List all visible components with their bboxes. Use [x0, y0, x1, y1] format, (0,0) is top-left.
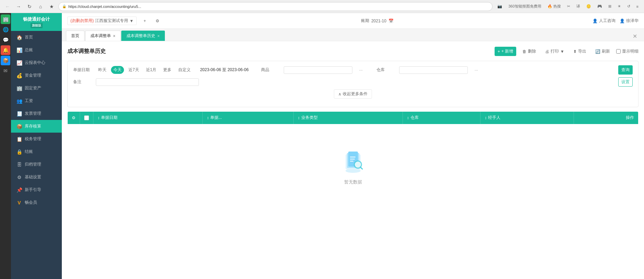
icon-sidebar: 🏢 🌐 💬 🔔 📦 ✉: [0, 13, 11, 279]
date-btn-1month[interactable]: 近1月: [144, 66, 159, 74]
collapse-button[interactable]: ∧ 收起更多条件: [334, 89, 372, 99]
th-docno-label: 单据...: [210, 115, 222, 121]
refresh-button[interactable]: ↻: [25, 2, 34, 11]
sidebar-item-fixed-assets[interactable]: 🏢 固定资产: [11, 82, 62, 94]
select-all-checkbox[interactable]: [84, 115, 89, 120]
th-handler[interactable]: ↕ 经手人: [480, 112, 574, 124]
company-selector[interactable]: (勿删勿禁用) 江西服宝测试专用 ▼: [67, 16, 137, 25]
logo-text: 畅捷通好会计: [23, 16, 50, 22]
sidebar-item-tax[interactable]: 📋 税务管理: [11, 133, 62, 145]
bookmark-button[interactable]: ★: [47, 2, 56, 11]
show-detail-input[interactable]: [616, 49, 621, 54]
export-button[interactable]: ⬆ 导出: [570, 47, 589, 56]
sidebar-item-guide[interactable]: 📌 新手引导: [11, 183, 62, 196]
empty-state: 暂无数据: [72, 127, 634, 206]
add-button[interactable]: + + 新增: [495, 47, 516, 56]
date-btn-more[interactable]: 更多: [161, 66, 174, 74]
screenshot-btn[interactable]: 📷: [495, 3, 504, 9]
game-btn[interactable]: 🎮: [595, 3, 604, 9]
refresh-button[interactable]: 🔄 刷新: [592, 47, 613, 56]
goods-filter-input[interactable]: [284, 66, 352, 74]
icon-nav-2[interactable]: 💬: [1, 35, 10, 45]
add-company-button[interactable]: +: [141, 17, 149, 25]
tab-cost-adj-history[interactable]: 成本调整单历史 ×: [121, 31, 165, 41]
menu-btn[interactable]: ≡: [634, 4, 641, 9]
user-info[interactable]: 👤 徐泽华: [620, 18, 639, 24]
sidebar-item-archive[interactable]: 🗄 归档管理: [11, 158, 62, 171]
th-handler-label: 经手人: [488, 115, 500, 121]
app-logo-icon: 🏢: [1, 14, 10, 24]
sidebar-item-funds[interactable]: 💰 资金管理: [11, 69, 62, 82]
tab-home[interactable]: 首页: [66, 31, 84, 41]
close-period-icon: 🔒: [16, 149, 22, 155]
sidebar-item-settings[interactable]: ⚙ 基础设置: [11, 171, 62, 183]
th-date[interactable]: ↕ 单据日期: [93, 112, 203, 124]
sidebar-item-salary[interactable]: 👥 工资: [11, 94, 62, 107]
address-bar[interactable]: 🔒 https://cloud.chanjet.com/accounting/u…: [58, 2, 493, 11]
hot-btn[interactable]: 🔥 热搜: [545, 3, 563, 10]
icon-nav-4[interactable]: 📦: [1, 56, 10, 65]
delete-button[interactable]: 🗑 删除: [520, 47, 539, 56]
sidebar-item-inventory[interactable]: 📦 库存核算: [11, 120, 62, 133]
date-btn-custom[interactable]: 自定义: [176, 66, 193, 74]
refresh-label: 刷新: [602, 48, 610, 54]
date-btn-yesterday[interactable]: 昨天: [96, 66, 109, 74]
tab-cost-adj[interactable]: 成本调整单 ×: [85, 31, 121, 41]
forward-button[interactable]: →: [14, 2, 23, 11]
translate-btn[interactable]: 译: [574, 3, 582, 10]
sidebar-item-member[interactable]: V 畅会员: [11, 196, 62, 209]
search-btn[interactable]: 360智能抠图免费用: [506, 3, 543, 10]
logo-edition: 旗舰版: [31, 23, 43, 28]
grid-btn[interactable]: ⊞: [606, 3, 613, 9]
add-icon: +: [498, 49, 500, 54]
tab-cost-adj-close[interactable]: ×: [113, 34, 115, 38]
refresh-icon: 🔄: [595, 49, 600, 54]
consultant-button[interactable]: 👤 人工咨询: [592, 18, 615, 24]
goods-ellipsis[interactable]: ···: [358, 67, 364, 73]
icon-nav-5[interactable]: ✉: [1, 66, 10, 76]
filter-settings-button[interactable]: 设置: [618, 77, 633, 87]
remark-filter-input[interactable]: [96, 78, 199, 86]
company-settings-button[interactable]: ⚙: [153, 17, 162, 25]
date-btn-7days[interactable]: 近7天: [126, 66, 142, 74]
sidebar-item-ledger[interactable]: 📊 总账: [11, 44, 62, 56]
th-warehouse[interactable]: ↕ 仓库: [403, 112, 480, 124]
ledger-icon: 📊: [16, 47, 22, 53]
sidebar-item-reports[interactable]: 📈 云报表中心: [11, 56, 62, 69]
inventory-icon: 📦: [16, 124, 22, 129]
th-docno[interactable]: ↕ 单据...: [203, 112, 294, 124]
history-btn[interactable]: ↺: [625, 3, 632, 9]
search-button[interactable]: 查询: [618, 65, 633, 75]
funds-icon: 💰: [16, 73, 22, 78]
warehouse-ellipsis[interactable]: ···: [473, 67, 479, 73]
tab-cost-adj-history-close[interactable]: ×: [157, 34, 160, 38]
cut-btn[interactable]: ✂: [565, 3, 572, 9]
th-biztype[interactable]: ↕ 业务类型: [293, 112, 403, 124]
theme-btn[interactable]: ☀: [615, 3, 623, 9]
sidebar-item-invoice[interactable]: 🧾 发票管理: [11, 107, 62, 120]
sidebar-label-funds: 资金管理: [25, 72, 41, 78]
print-icon: 🖨: [545, 49, 549, 54]
sidebar-label-close-period: 结账: [25, 149, 33, 155]
th-settings[interactable]: ⚙: [68, 112, 80, 124]
header-right: 👤 人工咨询 👤 徐泽华: [592, 18, 639, 24]
home-nav-button[interactable]: ⌂: [36, 2, 45, 11]
sidebar-label-fixed-assets: 固定资产: [25, 85, 41, 91]
icon-nav-3[interactable]: 🔔: [1, 45, 10, 55]
browser-bar: ← → ↻ ⌂ ★ 🔒 https://cloud.chanjet.com/ac…: [0, 0, 644, 13]
icon-nav-1[interactable]: 🌐: [1, 25, 10, 34]
back-button[interactable]: ←: [3, 2, 12, 11]
sidebar-item-close-period[interactable]: 🔒 结账: [11, 145, 62, 158]
sidebar-item-home[interactable]: 🏠 首页: [11, 31, 62, 44]
coin-btn[interactable]: 🪙: [584, 3, 593, 9]
th-checkbox[interactable]: [80, 112, 93, 124]
show-detail-checkbox[interactable]: 显示明细: [616, 48, 639, 54]
close-all-tabs-button[interactable]: ✕: [630, 32, 640, 41]
print-button[interactable]: 🖨 打印 ▼: [542, 47, 567, 56]
sidebar-label-inventory: 库存核算: [25, 123, 41, 129]
export-label: 导出: [578, 48, 586, 54]
warehouse-filter-input[interactable]: [399, 66, 468, 74]
date-btn-today[interactable]: 今天: [111, 66, 124, 74]
nav-logo: 畅捷通好会计 旗舰版: [11, 13, 62, 31]
page-actions: + + 新增 🗑 删除 🖨 打印 ▼ ⬆ 导出: [495, 47, 639, 56]
